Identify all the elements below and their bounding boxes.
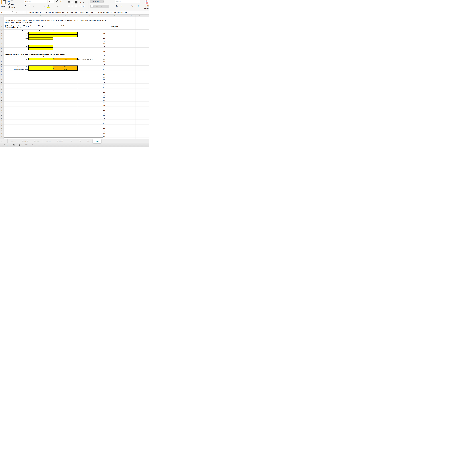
cell-F13[interactable] xyxy=(127,58,136,60)
cell-H15[interactable] xyxy=(144,63,149,66)
cell-C32[interactable] xyxy=(53,107,78,109)
cell-A17[interactable]: Upper Confidence Limit = xyxy=(4,68,28,71)
underline-button[interactable]: U xyxy=(33,5,34,7)
cell-D7[interactable] xyxy=(78,40,102,42)
copy-chevron-icon[interactable] xyxy=(16,4,17,5)
cell-G27[interactable] xyxy=(136,94,144,96)
cell-G16[interactable] xyxy=(136,66,144,68)
cell-A8[interactable] xyxy=(4,42,28,45)
cell-E37[interactable]: Yes xyxy=(102,119,127,122)
cell-H2[interactable] xyxy=(144,24,149,30)
cell-A6[interactable]: Total xyxy=(4,37,28,40)
cell-F39[interactable] xyxy=(127,125,136,127)
row-header-15[interactable]: 15 xyxy=(0,63,4,66)
cell-C28[interactable] xyxy=(53,96,78,99)
formula-input[interactable]: 38) According to Franchise Business Revi… xyxy=(28,11,149,13)
cell-B40[interactable] xyxy=(28,127,53,130)
row-header-7[interactable]: 7 xyxy=(0,40,4,42)
cell-D22[interactable] xyxy=(78,81,102,84)
row-header-8[interactable]: 8 xyxy=(0,42,4,45)
row-header-18[interactable]: 18 xyxy=(0,71,4,73)
cell-D26[interactable] xyxy=(78,91,102,94)
cell-A1-merged-selected[interactable]: 38) According to Franchise Business Revi… xyxy=(4,17,127,24)
sheet-tab-HW4[interactable]: HW4 xyxy=(93,139,102,143)
cell-A19[interactable] xyxy=(4,73,28,76)
cell-D24[interactable] xyxy=(78,86,102,89)
cell-G26[interactable] xyxy=(136,91,144,94)
comma-style-button[interactable]: , xyxy=(125,5,125,6)
cell-E38[interactable]: Yes xyxy=(102,122,127,125)
cell-G12[interactable] xyxy=(136,53,144,58)
row-header-3[interactable]: 3 xyxy=(0,30,4,32)
cell-F33[interactable] xyxy=(127,109,136,112)
cell-E22[interactable]: No xyxy=(102,81,127,84)
cell-A31[interactable] xyxy=(4,104,28,107)
row-header-36[interactable]: 36 xyxy=(0,117,4,119)
cell-G34[interactable] xyxy=(136,112,144,114)
cell-H20[interactable] xyxy=(144,76,149,78)
cell-C38[interactable] xyxy=(53,122,78,125)
cell-B38[interactable] xyxy=(28,122,53,125)
cell-D3[interactable] xyxy=(78,30,102,32)
cell-E40[interactable]: No xyxy=(102,127,127,130)
cell-G6[interactable] xyxy=(136,37,144,40)
cell-H8[interactable] xyxy=(144,42,149,45)
cell-E6[interactable]: No xyxy=(102,37,127,40)
name-box-spinner[interactable] xyxy=(12,11,13,13)
cell-C17[interactable]: #N/A xyxy=(53,68,78,71)
tab-scroll-left-icon[interactable] xyxy=(1,140,2,142)
cell-C19[interactable] xyxy=(53,73,78,76)
align-bottom-button-selected[interactable] xyxy=(75,0,78,4)
cell-G43[interactable] xyxy=(136,135,144,137)
cell-F42[interactable] xyxy=(127,132,136,135)
cell-A24[interactable] xyxy=(4,86,28,89)
cell-A39[interactable] xyxy=(4,125,28,127)
cell-G38[interactable] xyxy=(136,122,144,125)
row-header-22[interactable]: 22 xyxy=(0,81,4,84)
cell-E25[interactable]: Yes xyxy=(102,89,127,91)
cell-B31[interactable] xyxy=(28,104,53,107)
cell-F30[interactable] xyxy=(127,102,136,104)
name-box[interactable]: A1 xyxy=(0,11,14,14)
cell-B18[interactable] xyxy=(28,71,53,73)
cell-A2-text[interactable]: a) What is the point estimate of the pro… xyxy=(4,24,102,30)
cell-H23[interactable] xyxy=(144,84,149,86)
cell-A32[interactable] xyxy=(4,107,28,109)
cell-A7[interactable] xyxy=(4,40,28,42)
decrease-decimal-button[interactable]: .00 →.0 xyxy=(136,5,138,7)
cell-B25[interactable] xyxy=(28,89,53,91)
increase-decimal-button[interactable]: ←.0 .00 xyxy=(131,5,133,7)
italic-button[interactable]: I xyxy=(29,5,33,7)
font-color-button[interactable]: A xyxy=(54,5,56,7)
cell-F20[interactable] xyxy=(127,76,136,78)
underline-chevron-icon[interactable] xyxy=(35,5,36,6)
cell-G25[interactable] xyxy=(136,89,144,91)
cell-G10[interactable] xyxy=(136,48,144,50)
cell-A30[interactable] xyxy=(4,102,28,104)
cell-G39[interactable] xyxy=(136,125,144,127)
cell-E27[interactable]: No xyxy=(102,94,127,96)
cell-E5[interactable]: Yes xyxy=(102,35,127,37)
cell-C41[interactable] xyxy=(53,130,78,132)
cell-H21[interactable] xyxy=(144,78,149,81)
cell-E9[interactable]: No xyxy=(102,45,127,48)
cell-H38[interactable] xyxy=(144,122,149,125)
shrink-font-button[interactable]: A xyxy=(60,0,62,2)
cell-C20[interactable] xyxy=(53,76,78,78)
cell-G37[interactable] xyxy=(136,119,144,122)
sheet-tab-HW2[interactable]: HW2 xyxy=(75,139,84,143)
row-header-32[interactable]: 32 xyxy=(0,107,4,109)
row-header-28[interactable]: 28 xyxy=(0,96,4,99)
cell-H29[interactable] xyxy=(144,99,149,102)
cell-F29[interactable] xyxy=(127,99,136,102)
cell-E23[interactable]: No xyxy=(102,84,127,86)
cell-G20[interactable] xyxy=(136,76,144,78)
cell-B11[interactable] xyxy=(28,50,53,53)
cell-E21[interactable]: No xyxy=(102,78,127,81)
cell-G30[interactable] xyxy=(136,102,144,104)
row-header-37[interactable]: 37 xyxy=(0,119,4,122)
row-header-35[interactable]: 35 xyxy=(0,114,4,117)
cell-A34[interactable] xyxy=(4,112,28,114)
cell-G41[interactable] xyxy=(136,130,144,132)
cell-A4[interactable]: No xyxy=(4,32,28,35)
